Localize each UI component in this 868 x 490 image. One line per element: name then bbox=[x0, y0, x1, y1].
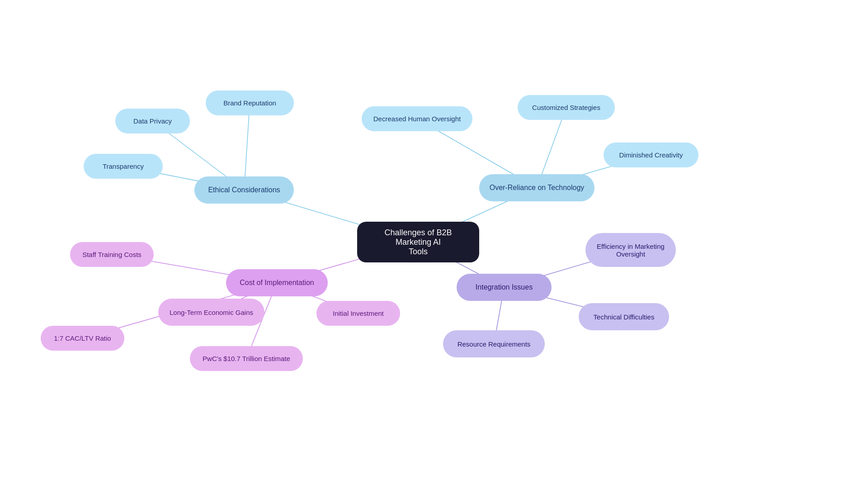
mid-node-integration: Integration Issues bbox=[457, 274, 552, 301]
mid-node-ethical: Ethical Considerations bbox=[194, 176, 294, 204]
child-node-cost-1: Initial Investment bbox=[316, 301, 400, 326]
mid-node-over-reliance: Over-Reliance on Technology bbox=[479, 174, 594, 201]
child-node-integration-2: Resource Requirements bbox=[443, 330, 545, 357]
child-node-ethical-2: Transparency bbox=[84, 154, 163, 179]
center-node: Challenges of B2B Marketing AITools bbox=[357, 222, 479, 262]
mid-node-cost: Cost of Implementation bbox=[226, 269, 328, 296]
child-node-cost-3: 1:7 CAC/LTV Ratio bbox=[41, 326, 124, 351]
child-node-over-reliance-0: Decreased Human Oversight bbox=[362, 106, 472, 131]
child-node-cost-0: Staff Training Costs bbox=[70, 242, 154, 267]
child-node-cost-2: Long-Term Economic Gains bbox=[158, 299, 264, 326]
child-node-integration-0: Efficiency in MarketingOversight bbox=[585, 233, 676, 267]
child-node-cost-4: PwC's $10.7 Trillion Estimate bbox=[190, 346, 303, 371]
child-node-ethical-0: Data Privacy bbox=[115, 109, 190, 133]
child-node-ethical-1: Brand Reputation bbox=[206, 90, 294, 115]
child-node-over-reliance-2: Diminished Creativity bbox=[604, 143, 698, 167]
mindmap-container: Challenges of B2B Marketing AIToolsEthic… bbox=[0, 0, 868, 490]
child-node-over-reliance-1: Customized Strategies bbox=[518, 95, 615, 120]
child-node-integration-1: Technical Difficulties bbox=[579, 303, 669, 330]
